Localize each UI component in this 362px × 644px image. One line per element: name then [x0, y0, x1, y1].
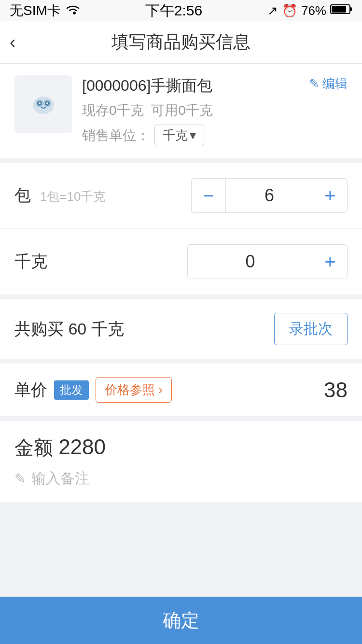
amount-line: 金额 2280 [14, 434, 348, 461]
note-line[interactable]: ✎ 输入备注 [14, 469, 348, 489]
svg-point-8 [39, 102, 41, 104]
batch-tag: 批发 [54, 380, 89, 400]
back-button[interactable]: ‹ [10, 32, 15, 53]
amount-section: 金额 2280 ✎ 输入备注 [0, 421, 362, 507]
package-stepper: − + [191, 178, 348, 213]
product-name: [0000006]手撕面包 [82, 75, 299, 97]
package-section: 包 1包=10千克 − + 千克 + [0, 163, 362, 294]
unit-selector[interactable]: 千克 ▾ [154, 125, 204, 146]
price-reference-button[interactable]: 价格参照 › [96, 377, 172, 403]
edit-button[interactable]: ✎ 编辑 [309, 75, 348, 92]
confirm-text: 确定 [163, 608, 199, 633]
kg-increment-button[interactable]: + [313, 244, 348, 279]
product-unit: 销售单位： 千克 ▾ [82, 125, 299, 146]
kg-row: 千克 + [0, 229, 362, 294]
kg-input[interactable] [187, 244, 313, 279]
amount-value: 2280 [58, 435, 106, 459]
price-section: 单价 批发 价格参照 › 38 [0, 364, 362, 421]
wifi-icon [66, 3, 80, 18]
battery-icon [330, 3, 352, 18]
note-placeholder: 输入备注 [31, 469, 89, 489]
svg-point-3 [33, 97, 54, 114]
package-label: 包 1包=10千克 [14, 184, 106, 207]
price-value: 38 [324, 378, 348, 402]
svg-point-9 [46, 102, 48, 104]
product-stock: 现存0千克 可用0千克 [82, 101, 299, 120]
dropdown-arrow-icon: ▾ [190, 128, 196, 143]
svg-rect-2 [332, 6, 346, 13]
status-bar: 无SIM卡 下午2:56 ↗ ⏰ 76% [0, 0, 362, 21]
page-title: 填写商品购买信息 [111, 30, 251, 54]
product-info: [0000006]手撕面包 现存0千克 可用0千克 销售单位： 千克 ▾ [82, 75, 299, 146]
status-time: 下午2:56 [145, 1, 202, 21]
total-row: 共购买 60 千克 录批次 [0, 299, 362, 364]
package-decrement-button[interactable]: − [191, 178, 226, 213]
price-left: 单价 批发 价格参照 › [14, 377, 172, 403]
note-icon: ✎ [14, 471, 26, 487]
package-hint: 1包=10千克 [40, 189, 106, 204]
edit-icon: ✎ [309, 76, 320, 91]
package-row: 包 1包=10千克 − + [0, 163, 362, 229]
svg-rect-1 [350, 7, 352, 11]
kg-input-group: + [187, 244, 348, 279]
nav-bar: ‹ 填写商品购买信息 [0, 21, 362, 64]
status-right: ↗ ⏰ 76% [267, 3, 352, 18]
battery-text: 76% [301, 3, 326, 18]
carrier-text: 无SIM卡 [10, 1, 61, 20]
package-increment-button[interactable]: + [313, 178, 348, 213]
confirm-bar[interactable]: 确定 [0, 597, 362, 644]
product-card: [0000006]手撕面包 现存0千克 可用0千克 销售单位： 千克 ▾ ✎ 编… [0, 64, 362, 163]
package-input[interactable] [226, 178, 313, 213]
status-left: 无SIM卡 [10, 1, 80, 20]
alarm-icon: ⏰ [282, 3, 297, 18]
product-thumbnail [14, 75, 72, 133]
total-text: 共购买 60 千克 [14, 318, 124, 340]
kg-label: 千克 [14, 251, 47, 273]
location-icon: ↗ [267, 3, 278, 18]
record-batch-button[interactable]: 录批次 [274, 313, 348, 345]
price-label: 单价 [14, 379, 47, 401]
